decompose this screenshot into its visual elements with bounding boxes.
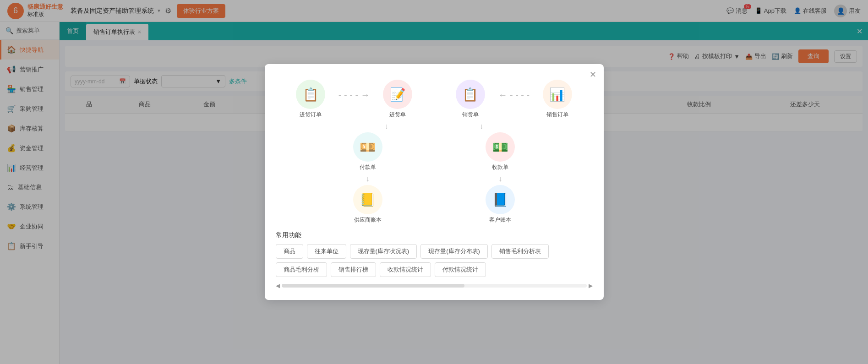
scroll-right-icon[interactable]: ▶	[589, 283, 593, 289]
flow-row-3: 📒 供应商账本 📘 客户账本	[285, 185, 584, 224]
scroll-left-icon[interactable]: ◀	[276, 283, 280, 289]
arrow-left-1: ← - - - -	[496, 90, 531, 100]
scroll-thumb[interactable]	[282, 284, 465, 288]
sales-order-label: 销售订单	[546, 111, 568, 119]
flow-row-2: 💴 付款单 💵 收款单	[285, 132, 584, 171]
sales-order-icon: 📊	[543, 80, 572, 109]
common-functions: 常用功能 商品往来单位现存量(库存状况表)现存量(库存分布表)销售毛利分析表商品…	[276, 231, 593, 277]
flow-node-payment-bill: 💴 付款单	[340, 132, 395, 171]
payment-bill-label: 付款单	[360, 163, 376, 171]
func-btn-8[interactable]: 付款情况统计	[435, 262, 486, 277]
arrow-down-purchase: ↓	[353, 122, 420, 130]
customer-ledger-label: 客户账本	[489, 216, 511, 224]
func-btn-4[interactable]: 销售毛利分析表	[491, 244, 549, 259]
receipt-bill-icon: 💵	[486, 132, 515, 162]
flow-node-supplier-ledger: 📒 供应商账本	[340, 185, 395, 224]
flow-node-sales-order: 📊 销售订单	[531, 80, 583, 119]
arrow-down-sales: ↓	[448, 122, 515, 130]
horizontal-scrollbar[interactable]: ◀ ▶	[276, 283, 593, 289]
purchase-order-icon: 📋	[296, 80, 325, 109]
scroll-track	[282, 284, 587, 288]
payment-bill-icon: 💴	[353, 132, 382, 162]
arrows-down-row-2: ↓ ↓	[285, 175, 584, 183]
flow-row-1: 📋 进货订单 - - - - → 📝 进货单 📋 销货单 ← -	[285, 80, 584, 119]
func-btn-2[interactable]: 现存量(库存状况表)	[350, 244, 417, 259]
arrow-down-receipt: ↓	[473, 175, 528, 183]
flow-node-customer-ledger: 📘 客户账本	[473, 185, 528, 224]
func-buttons: 商品往来单位现存量(库存状况表)现存量(库存分布表)销售毛利分析表商品毛利分析销…	[276, 244, 593, 277]
receipt-bill-label: 收款单	[492, 163, 508, 171]
sales-bill-label: 销货单	[462, 111, 479, 119]
sales-bill-icon: 📋	[456, 80, 485, 109]
func-btn-6[interactable]: 销售排行榜	[331, 262, 376, 277]
flow-node-purchase-bill: 📝 进货单	[372, 80, 424, 119]
common-functions-title: 常用功能	[276, 231, 593, 239]
modal-overlay[interactable]: ✕ 📋 进货订单 - - - - → 📝 进货单	[0, 0, 868, 364]
arrows-down-row: ↓ ↓	[285, 122, 584, 130]
flow-node-purchase-order: 📋 进货订单	[285, 80, 337, 119]
arrow-right-1: - - - - →	[337, 90, 372, 100]
flow-diagram-area: 📋 进货订单 - - - - → 📝 进货单 📋 销货单 ← -	[276, 75, 593, 224]
func-btn-0[interactable]: 商品	[276, 244, 303, 259]
customer-ledger-icon: 📘	[486, 185, 515, 214]
modal: ✕ 📋 进货订单 - - - - → 📝 进货单	[265, 64, 604, 300]
func-btn-3[interactable]: 现存量(库存分布表)	[420, 244, 488, 259]
func-btn-1[interactable]: 往来单位	[307, 244, 346, 259]
supplier-ledger-icon: 📒	[353, 185, 382, 214]
flow-node-sales-bill: 📋 销货单	[444, 80, 496, 119]
purchase-bill-label: 进货单	[389, 111, 406, 119]
func-btn-5[interactable]: 商品毛利分析	[276, 262, 327, 277]
func-btn-7[interactable]: 收款情况统计	[380, 262, 431, 277]
modal-close-btn[interactable]: ✕	[590, 70, 596, 80]
purchase-bill-icon: 📝	[383, 80, 412, 109]
arrow-down-payment: ↓	[340, 175, 395, 183]
supplier-ledger-label: 供应商账本	[354, 216, 382, 224]
flow-node-receipt-bill: 💵 收款单	[473, 132, 528, 171]
purchase-order-label: 进货订单	[300, 111, 322, 119]
